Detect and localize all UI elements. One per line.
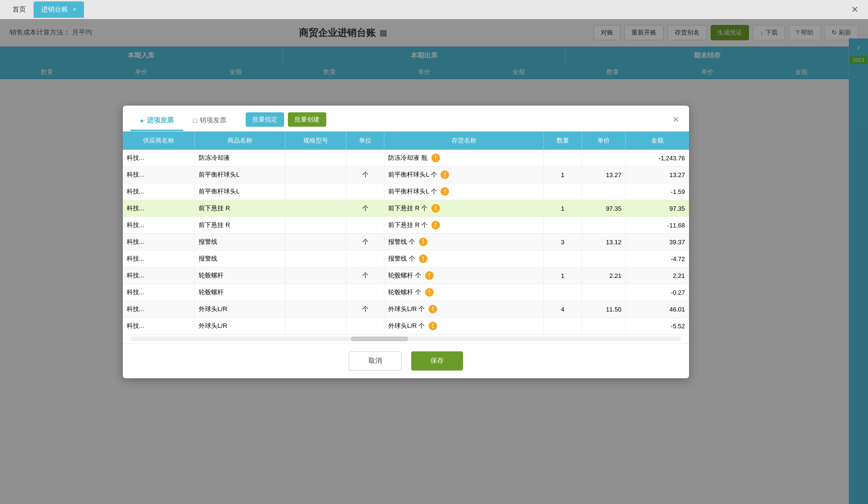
modal-close-icon[interactable]: ✕ [670,114,681,125]
tab-purchase-invoice[interactable]: ● 进项发票 [131,111,183,131]
horizontal-scrollbar[interactable] [131,336,681,341]
tab-bar: 首页 进销台账 × ✕ [0,0,868,19]
cell-price-4 [582,217,625,234]
cell-supplier-7: 科技... [123,267,195,284]
cell-price-10 [582,318,625,335]
cell-qty-7: 1 [544,267,582,284]
warning-icon: ! [425,271,434,280]
col-amount: 金额 [626,132,689,150]
cell-qty-8 [544,284,582,301]
cell-product-10: 外球头L/R [195,318,285,335]
cell-product-7: 轮毂螺杆 [195,267,285,284]
cell-product-3: 前下悬挂 R [195,200,285,217]
tab-sales-invoice[interactable]: □ 销项发票 [183,111,236,131]
tab-active[interactable]: 进销台账 × [34,1,84,18]
tab-sales-icon: □ [193,117,197,124]
btn-cancel[interactable]: 取消 [349,351,402,371]
cell-unit-6 [346,251,384,267]
cell-spec-10 [285,318,346,335]
cell-price-5: 13.12 [582,234,625,251]
cell-inventory-8: 轮毂螺杆 个 ! [384,284,544,301]
modal-footer: 取消 保存 [123,343,689,378]
cell-spec-4 [285,217,346,234]
cell-product-0: 防冻冷却液 [195,150,285,167]
cell-inventory-5: 报警线 个 ! [384,234,544,251]
col-unit: 单位 [346,132,384,150]
btn-batch-assign[interactable]: 批量指定 [246,112,284,127]
table-row[interactable]: 科技... 前下悬挂 R 个 前下悬挂 R 个 ! 1 97.35 97.35 [123,200,689,217]
warning-icon: ! [425,288,434,297]
cell-price-9: 11.50 [582,301,625,318]
tab-close-icon[interactable]: × [73,6,76,13]
cell-qty-6 [544,251,582,267]
cell-product-4: 前下悬挂 R [195,217,285,234]
cell-spec-0 [285,150,346,167]
cell-spec-7 [285,267,346,284]
cell-amount-9: 46.01 [626,301,689,318]
invoice-table: 供应商名称 商品名称 规格型号 单位 存货名称 数量 单价 金额 科技... 防… [123,132,689,335]
cell-inventory-1: 前平衡杆球头L 个 ! [384,167,544,183]
cell-spec-3 [285,200,346,217]
cell-inventory-7: 轮毂螺杆 个 ! [384,267,544,284]
cell-unit-9: 个 [346,301,384,318]
cell-qty-10 [544,318,582,335]
cell-amount-5: 39.37 [626,234,689,251]
cell-product-1: 前平衡杆球头L [195,167,285,183]
table-row[interactable]: 科技... 轮毂螺杆 轮毂螺杆 个 ! -0.27 [123,284,689,301]
table-row[interactable]: 科技... 前下悬挂 R 前下悬挂 R 个 ! -11.68 [123,217,689,234]
table-row[interactable]: 科技... 轮毂螺杆 个 轮毂螺杆 个 ! 1 2.21 2.21 [123,267,689,284]
col-supplier: 供应商名称 [123,132,195,150]
cell-price-2 [582,183,625,200]
col-qty: 数量 [544,132,582,150]
table-row[interactable]: 科技... 防冻冷却液 防冻冷却液 瓶 ! -1,243.76 [123,150,689,167]
cell-unit-4 [346,217,384,234]
table-row[interactable]: 科技... 报警线 个 报警线 个 ! 3 13.12 39.37 [123,234,689,251]
tab-home[interactable]: 首页 [5,1,34,18]
cell-amount-1: 13.27 [626,167,689,183]
cell-amount-7: 2.21 [626,267,689,284]
table-row[interactable]: 科技... 前平衡杆球头L 前平衡杆球头L 个 ! -1.59 [123,183,689,200]
cell-unit-0 [346,150,384,167]
cell-unit-3: 个 [346,200,384,217]
cell-spec-1 [285,167,346,183]
cell-qty-1: 1 [544,167,582,183]
warning-icon: ! [428,322,437,330]
window-close-icon[interactable]: ✕ [846,4,863,15]
cell-amount-4: -11.68 [626,217,689,234]
cell-inventory-0: 防冻冷却液 瓶 ! [384,150,544,167]
cell-unit-2 [346,183,384,200]
table-row[interactable]: 科技... 外球头L/R 个 外球头L/R 个 ! 4 11.50 46.01 [123,301,689,318]
cell-qty-5: 3 [544,234,582,251]
cell-amount-2: -1.59 [626,183,689,200]
cell-supplier-10: 科技... [123,318,195,335]
col-product-name: 商品名称 [195,132,285,150]
warning-icon: ! [419,254,428,263]
cell-price-6 [582,251,625,267]
warning-icon: ! [431,204,440,213]
warning-icon: ! [419,238,428,246]
cell-supplier-2: 科技... [123,183,195,200]
cell-qty-4 [544,217,582,234]
cell-unit-10 [346,318,384,335]
scroll-thumb[interactable] [351,336,408,341]
table-row[interactable]: 科技... 前平衡杆球头L 个 前平衡杆球头L 个 ! 1 13.27 13.2… [123,167,689,183]
btn-save[interactable]: 保存 [411,351,463,371]
table-header-row: 供应商名称 商品名称 规格型号 单位 存货名称 数量 单价 金额 [123,132,689,150]
cell-qty-2 [544,183,582,200]
tab-purchase-label: 进项发票 [147,116,174,125]
modal-body: 供应商名称 商品名称 规格型号 单位 存货名称 数量 单价 金额 科技... 防… [123,132,689,335]
cell-qty-3: 1 [544,200,582,217]
modal-header: ● 进项发票 □ 销项发票 批量指定 批量创建 ✕ [123,106,689,132]
cell-amount-0: -1,243.76 [626,150,689,167]
tab-sales-label: 销项发票 [200,116,226,125]
cell-supplier-4: 科技... [123,217,195,234]
cell-unit-8 [346,284,384,301]
cell-unit-7: 个 [346,267,384,284]
btn-batch-create[interactable]: 批量创建 [288,112,326,127]
cell-inventory-4: 前下悬挂 R 个 ! [384,217,544,234]
table-row[interactable]: 科技... 报警线 报警线 个 ! -4.72 [123,251,689,267]
warning-icon: ! [440,170,449,179]
table-row[interactable]: 科技... 外球头L/R 外球头L/R 个 ! -5.52 [123,318,689,335]
cell-price-8 [582,284,625,301]
cell-price-3: 97.35 [582,200,625,217]
